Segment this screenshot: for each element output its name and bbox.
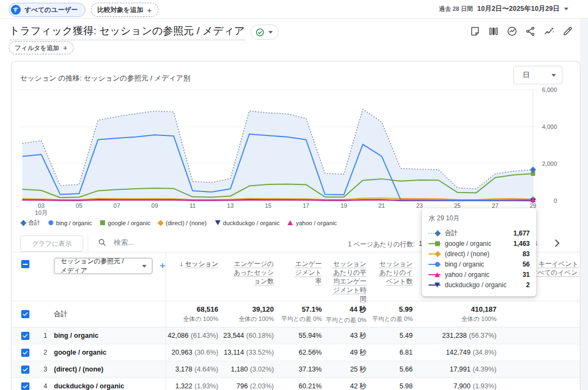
totals-cell: 44 秒平均との差 0%: [322, 301, 366, 327]
next-page-button[interactable]: [552, 238, 562, 249]
tooltip-series-name: duckduckgo / organic: [445, 281, 506, 289]
table-row: 2google / organic20,963(30.6%)13,114(33.…: [11, 344, 580, 361]
svg-text:03: 03: [38, 202, 45, 209]
row-metric-cell: 20,963(30.6%): [166, 344, 218, 361]
tooltip-series-value: 83: [523, 250, 530, 258]
audience-avatar: す: [11, 5, 21, 15]
top-bar: す すべてのユーザー 比較対象を追加 + 過去 28 日間 10月2日〜2025…: [0, 0, 588, 18]
row-checkbox[interactable]: [21, 366, 29, 374]
dimension-selector[interactable]: セッションの参照元 / メディア: [54, 258, 152, 274]
column-header-events-per-session[interactable]: セッションあたりのイベント数: [366, 252, 413, 303]
date-range-value: 10月2日〜2025年10月29日: [477, 4, 560, 14]
sort-arrow-icon: ↓: [180, 259, 183, 268]
tooltip-row: duckduckgo / organic2: [428, 280, 530, 290]
row-metric-cell: 43 秒: [322, 327, 366, 344]
chevron-down-icon: [268, 31, 273, 34]
row-metric-cell: 5.66: [366, 361, 413, 377]
column-header-engaged-sessions[interactable]: エンゲージのあったセッション数: [218, 252, 274, 303]
legend-item: 合計: [21, 219, 40, 227]
svg-text:11: 11: [189, 202, 195, 209]
legend-label: bing / organic: [56, 220, 92, 226]
row-checkbox[interactable]: [21, 332, 29, 340]
column-header-engagement-rate[interactable]: エンゲージメント率: [274, 252, 322, 303]
tooltip-series-marker: [428, 264, 440, 265]
row-metric-cell: 5.49: [366, 327, 413, 344]
report-actions: [469, 26, 573, 37]
tooltip-row: 合計1,677: [428, 228, 530, 238]
insights-icon[interactable]: [506, 26, 518, 37]
totals-cell: 39,120全体の 100%: [218, 301, 274, 327]
search-input[interactable]: [113, 238, 235, 247]
tooltip-row: yahoo / organic31: [428, 269, 530, 280]
dimension-selector-value: セッションの参照元 / メディア: [60, 257, 130, 275]
tooltip-series-value: 1,677: [513, 230, 530, 237]
row-metric-cell: 17,991(4.39%): [413, 361, 497, 377]
svg-text:21: 21: [378, 202, 385, 209]
svg-text:0: 0: [554, 197, 557, 204]
tooltip-series-value: 56: [523, 261, 530, 268]
check-circle-icon: [255, 28, 265, 37]
row-checkbox[interactable]: [21, 310, 29, 318]
svg-text:6,000: 6,000: [542, 88, 557, 93]
tooltip-series-marker: [428, 284, 440, 286]
row-metric-cell: 231,238(56.37%): [413, 327, 497, 344]
row-metric-cell: 13,114(33.52%): [218, 344, 274, 361]
add-filter-label: フィルタを追加: [15, 44, 59, 52]
legend-marker-circle-icon: [48, 220, 53, 225]
data-quality-badge[interactable]: [250, 24, 279, 40]
row-metric-cell: 62.56%: [274, 344, 322, 361]
legend-item: yahoo / organic: [287, 220, 336, 226]
legend-marker-diamond-icon: [20, 220, 26, 226]
audience-chip-label: すべてのユーザー: [24, 5, 78, 15]
add-comparison-chip[interactable]: 比較対象を追加 +: [91, 3, 158, 17]
plus-icon: +: [147, 6, 152, 14]
show-on-chart-button[interactable]: グラフに表示: [20, 236, 83, 252]
edit-icon[interactable]: [562, 26, 573, 37]
trend-icon[interactable]: [543, 26, 555, 37]
column-header-avg-engagement-time[interactable]: セッションあたりの平均エンゲージメント時間: [322, 252, 366, 303]
insights-side-rail[interactable]: [580, 18, 588, 390]
row-checkbox[interactable]: [21, 382, 29, 390]
add-filter-chip[interactable]: フィルタを追加 +: [9, 41, 74, 54]
chart-legend: 合計bing / organicgoogle / organic(direct)…: [21, 219, 337, 227]
tooltip-series-name: google / organic: [445, 240, 491, 247]
row-dimension-value: duckduckgo / organic: [54, 378, 166, 390]
legend-marker-square-icon: [100, 220, 105, 225]
audience-chip-all-users[interactable]: す すべてのユーザー: [9, 3, 85, 17]
row-metric-cell: 796(2.03%): [218, 378, 274, 390]
note-icon[interactable]: [469, 26, 481, 37]
row-metric-cell: 37.13%: [274, 361, 322, 377]
tooltip-series-marker: [428, 233, 440, 234]
row-checkbox[interactable]: [21, 349, 29, 357]
plus-icon: +: [63, 44, 68, 52]
table-search: [97, 238, 235, 247]
legend-label: (direct) / (none): [166, 220, 206, 226]
legend-item: duckduckgo / organic: [215, 220, 280, 226]
table-row: 3(direct) / (none)3,178(4.64%)1,180(3.02…: [11, 361, 580, 378]
row-metric-cell: [497, 344, 580, 361]
column-header-sessions[interactable]: ↓セッション: [166, 252, 218, 303]
row-metric-cell: 1,322(1.93%): [166, 378, 218, 390]
add-dimension-button[interactable]: +: [160, 260, 166, 272]
search-icon: [97, 238, 107, 247]
table-row: 1bing / organic42,086(61.43%)23,544(60.1…: [11, 327, 580, 344]
row-metric-cell: 55.94%: [274, 327, 322, 344]
svg-text:07: 07: [114, 202, 120, 209]
totals-cell: 5.99平均との差 0%: [366, 301, 413, 327]
row-rank: 1: [35, 327, 54, 344]
comparison-icon[interactable]: [488, 26, 499, 37]
granularity-value: 日: [523, 70, 530, 80]
granularity-select[interactable]: 日: [513, 66, 562, 84]
row-metric-cell: 60.21%: [274, 378, 322, 390]
row-dimension-value: google / organic: [54, 344, 166, 361]
totals-row: 合計68,516全体の 100%39,120全体の 100%57.1%平均との差…: [11, 301, 580, 327]
date-range-selector[interactable]: 過去 28 日間 10月2日〜2025年10月29日: [439, 4, 568, 14]
row-rank: 3: [35, 361, 54, 377]
svg-text:05: 05: [76, 202, 82, 209]
select-all-checkbox[interactable]: [21, 260, 29, 268]
tooltip-series-name: bing / organic: [445, 261, 484, 268]
share-icon[interactable]: [525, 26, 536, 37]
legend-marker-tri-up-icon: [287, 220, 293, 225]
sessions-time-series-chart[interactable]: 0310月0507091113151719212325272902,0004,0…: [11, 88, 580, 217]
tooltip-series-marker: [428, 274, 440, 275]
